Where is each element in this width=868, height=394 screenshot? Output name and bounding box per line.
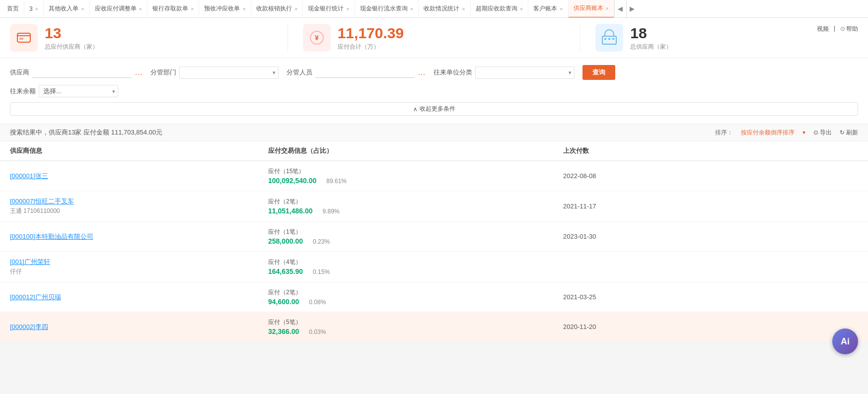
supplier-link[interactable]: [000007]恒旺二手叉车 xyxy=(10,197,268,206)
nav-tab-collect-stats[interactable]: 收款情况统计 × xyxy=(419,0,470,18)
nav-prev-arrow[interactable]: ◀ xyxy=(614,0,626,18)
col-header-lastpay: 上次付数 xyxy=(563,146,858,155)
category-select[interactable] xyxy=(475,66,575,79)
nav-tab-home[interactable]: 首页 xyxy=(2,0,24,18)
nav-next-arrow[interactable]: ▶ xyxy=(626,0,638,18)
svg-rect-5 xyxy=(604,38,606,40)
trans-pct: 0.15% xyxy=(313,268,330,275)
trans-label: 应付（2笔） xyxy=(268,197,563,206)
trans-amount[interactable]: 94,600.00 xyxy=(268,298,299,306)
trans-amount[interactable]: 32,366.00 xyxy=(268,328,299,335)
stat-divider-1 xyxy=(288,23,288,53)
total-supplier-icon xyxy=(595,24,623,52)
trans-row: 32,366.00 0.03% xyxy=(268,327,563,335)
trans-info-cell: 应付（2笔） 94,600.00 0.08% xyxy=(268,288,563,306)
dept-select[interactable] xyxy=(179,66,279,79)
stat-divider-2 xyxy=(580,23,580,53)
nav-tab-cash-stats[interactable]: 现金银行统计 × xyxy=(303,0,355,18)
trans-amount[interactable]: 11,051,486.00 xyxy=(268,207,313,215)
nav-tab-bank[interactable]: 银行存取款单 × xyxy=(147,0,199,18)
svg-rect-0 xyxy=(17,33,30,42)
refresh-icon: ↻ xyxy=(840,129,845,136)
close-icon[interactable]: × xyxy=(191,6,194,12)
close-icon[interactable]: × xyxy=(410,6,413,12)
help-link[interactable]: ⊙帮助 xyxy=(840,25,858,33)
close-icon[interactable]: × xyxy=(346,6,349,12)
table-row: [000002]李四 应付（5笔） 32,366.00 0.03% 2020-1… xyxy=(0,312,868,342)
result-info: 搜索结果中，供应商13家 应付金额 111,703,854.00元 xyxy=(10,128,162,137)
nav-tab-supplier-account-label: 供应商账本 xyxy=(574,4,603,12)
person-label: 分管人员 xyxy=(287,68,312,77)
trans-label: 应付（5笔） xyxy=(268,318,563,327)
nav-tab-receipt-label: 收款核销执行 xyxy=(256,4,292,13)
nav-tab-prepay-label: 预收冲应收单 xyxy=(204,4,240,13)
nav-tab-prepay[interactable]: 预收冲应收单 × xyxy=(199,0,251,18)
nav-tab-adjust[interactable]: 应收应付调整单 × xyxy=(90,0,147,18)
last-pay-cell: 2021-03-25 xyxy=(563,293,858,301)
trans-row: 11,051,486.00 9.89% xyxy=(268,206,563,215)
supplier-input[interactable] xyxy=(32,67,132,78)
supplier-ellipsis-icon[interactable]: … xyxy=(135,68,143,77)
supplier-info-cell: [000001]张三 xyxy=(10,172,268,181)
table-row: [000100]本特勤油品有限公司 应付（1笔） 258,000.00 0.23… xyxy=(0,222,868,252)
chevron-up-icon: ∧ xyxy=(413,106,418,113)
collapse-label: 收起更多条件 xyxy=(420,105,455,113)
person-ellipsis-icon[interactable]: … xyxy=(418,68,426,77)
supplier-link[interactable]: [000001]张三 xyxy=(10,172,268,181)
stat-text-2: 11,170.39 应付合计（万） xyxy=(338,25,404,51)
trans-pct: 0.23% xyxy=(313,238,330,245)
data-table: 供应商信息 应付交易信息（占比） 上次付数 [000001]张三 应付（15笔）… xyxy=(0,141,868,342)
close-icon[interactable]: × xyxy=(242,6,245,12)
nav-tab-overdue[interactable]: 超期应收款查询 × xyxy=(471,0,528,18)
close-icon[interactable]: × xyxy=(606,5,609,11)
last-pay-cell: 2020-11-20 xyxy=(563,323,858,330)
supplier-link[interactable]: [000100]本特勤油品有限公司 xyxy=(10,232,268,241)
trans-amount[interactable]: 258,000.00 xyxy=(268,237,303,245)
help-video-link[interactable]: 视频 xyxy=(817,25,829,33)
close-icon[interactable]: × xyxy=(560,6,563,12)
sort-select[interactable]: 按应付余额倒序排序 xyxy=(741,129,795,137)
nav-tab-receipt[interactable]: 收款核销执行 × xyxy=(251,0,303,18)
nav-tab-supplier-account[interactable]: 供应商账本 × xyxy=(569,0,614,18)
person-input[interactable] xyxy=(315,67,415,78)
table-row: [000012]广州贝瑞 应付（2笔） 94,600.00 0.08% 2021… xyxy=(0,282,868,312)
search-button[interactable]: 查询 xyxy=(582,65,615,80)
result-actions: 排序： 按应付余额倒序排序 ▾ ⊙ 导出 ↻ 刷新 xyxy=(715,129,858,137)
nav-tab-other-income-label: 其他收入单 xyxy=(49,4,78,13)
close-icon[interactable]: × xyxy=(520,6,523,12)
collapse-button[interactable]: ∧ 收起更多条件 xyxy=(10,102,858,116)
trans-info-cell: 应付（2笔） 11,051,486.00 9.89% xyxy=(268,197,563,215)
trans-row: 94,600.00 0.08% xyxy=(268,297,563,306)
close-icon[interactable]: × xyxy=(294,6,297,12)
export-button[interactable]: ⊙ 导出 xyxy=(813,129,832,137)
nav-tab-customer-account-label: 客户账本 xyxy=(533,4,557,13)
trans-amount[interactable]: 100,092,540.00 xyxy=(268,177,316,185)
refresh-button[interactable]: ↻ 刷新 xyxy=(840,129,858,137)
supplier-link[interactable]: [001]广州荣轩 xyxy=(10,258,268,266)
nav-tab-customer-account[interactable]: 客户账本 × xyxy=(528,0,568,18)
payable-total-icon: ¥ xyxy=(303,24,331,52)
supplier-link[interactable]: [000002]李四 xyxy=(10,323,268,331)
filter-row-1: 供应商 … 分管部门 分管人员 … 往来单位分类 查询 xyxy=(10,65,858,80)
supplier-link[interactable]: [000012]广州贝瑞 xyxy=(10,293,268,302)
svg-rect-4 xyxy=(602,36,616,44)
close-icon[interactable]: × xyxy=(81,6,84,12)
stat-num-2: 11,170.39 xyxy=(338,25,404,42)
balance-select[interactable]: 选择... xyxy=(39,85,118,97)
trans-amount[interactable]: 164,635.90 xyxy=(268,267,303,275)
top-nav: 首页 3 × 其他收入单 × 应收应付调整单 × 银行存取款单 × 预收冲应收单… xyxy=(0,0,868,18)
close-icon[interactable]: × xyxy=(139,6,142,12)
close-icon[interactable]: × xyxy=(462,6,465,12)
close-icon[interactable]: × xyxy=(35,6,38,12)
nav-tab-home-label: 首页 xyxy=(7,4,19,13)
filter-row-2: 往来余额 选择... xyxy=(10,85,858,97)
trans-info-cell: 应付（15笔） 100,092,540.00 89.61% xyxy=(268,167,563,185)
nav-tab-3[interactable]: 3 × xyxy=(24,0,44,18)
col-header-supplier: 供应商信息 xyxy=(10,146,268,155)
stat-label-2: 应付合计（万） xyxy=(338,43,404,51)
filter-person: 分管人员 … xyxy=(287,67,426,78)
nav-tab-cash-flow[interactable]: 现金银行流水查询 × xyxy=(355,0,419,18)
help-divider: | xyxy=(834,25,835,33)
supplier-label: 供应商 xyxy=(10,68,29,77)
nav-tab-other-income[interactable]: 其他收入单 × xyxy=(44,0,89,18)
